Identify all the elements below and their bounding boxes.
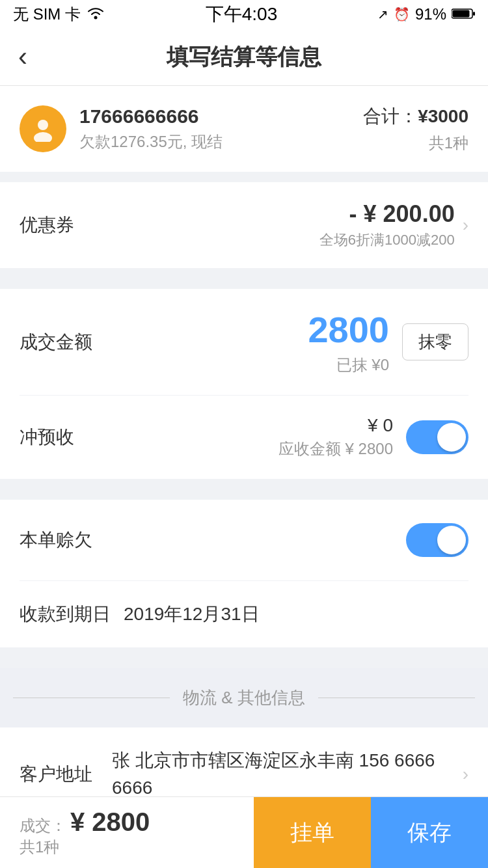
debt-section: 本单赊欠 收款到期日 2019年12月31日 (0, 500, 488, 647)
battery-text: 91% (415, 5, 446, 23)
bottom-deal-row: 成交： ¥ 2800 (20, 807, 234, 837)
status-left: 无 SIM 卡 (13, 4, 105, 25)
deal-amount-right: 2800 已抹 ¥0 抹零 (308, 308, 468, 375)
deal-sub: 已抹 ¥0 (308, 355, 389, 375)
wifi-icon (86, 5, 105, 23)
logistics-line-left (13, 698, 170, 698)
address-chevron-icon: › (463, 764, 468, 785)
customer-card: 17666666666 欠款1276.35元, 现结 合计：¥3000 共1种 (0, 86, 488, 172)
customer-debt: 欠款1276.35元, 现结 (79, 131, 223, 152)
sim-text: 无 SIM 卡 (13, 4, 81, 25)
save-button[interactable]: 保存 (371, 797, 488, 869)
bottom-info: 成交： ¥ 2800 共1种 (0, 807, 254, 858)
gps-icon: ↗ (377, 7, 388, 22)
customer-count: 共1种 (363, 133, 468, 154)
svg-point-5 (34, 132, 52, 142)
coupon-row[interactable]: 优惠券 - ¥ 200.00 全场6折满1000减200 › (0, 182, 488, 268)
advance-payment-toggle[interactable] (406, 420, 468, 454)
coupon-discount: - ¥ 200.00 (319, 200, 455, 228)
this-order-debt-toggle[interactable] (406, 523, 468, 557)
deal-section: 成交金额 2800 已抹 ¥0 抹零 冲预收 ¥ 0 应收金额 ¥ 2800 (0, 289, 488, 479)
logistics-text: 物流 & 其他信息 (183, 686, 305, 709)
customer-total: 合计：¥3000 (363, 104, 468, 129)
hang-button[interactable]: 挂单 (254, 797, 371, 869)
due-date-row: 收款到期日 2019年12月31日 (20, 581, 468, 647)
section-divider-2 (0, 479, 488, 489)
advance-sub: 应收金额 ¥ 2800 (278, 439, 393, 459)
bottom-bar: 成交： ¥ 2800 共1种 挂单 保存 (0, 796, 488, 868)
deal-amount-row: 成交金额 2800 已抹 ¥0 抹零 (20, 289, 468, 396)
address-content: 张 北京市市辖区海淀区永丰南 156 6666 6666 (112, 747, 463, 802)
advance-right: ¥ 0 应收金额 ¥ 2800 (278, 415, 468, 459)
deal-amount-label: 成交金额 (20, 330, 92, 355)
page-title: 填写结算等信息 (167, 42, 321, 72)
customer-info: 17666666666 欠款1276.35元, 现结 (79, 105, 223, 152)
advance-payment-label: 冲预收 (20, 425, 74, 450)
due-date-value: 2019年12月31日 (124, 602, 260, 627)
this-order-debt-row: 本单赊欠 (20, 500, 468, 581)
logistics-line-right (318, 698, 475, 698)
logistics-header: 物流 & 其他信息 (0, 668, 488, 727)
svg-rect-2 (453, 10, 470, 18)
back-button[interactable]: ‹ (18, 43, 27, 72)
advance-payment-row: 冲预收 ¥ 0 应收金额 ¥ 2800 (20, 396, 468, 479)
customer-phone: 17666666666 (79, 105, 223, 128)
avatar (20, 105, 66, 152)
status-time: 下午4:03 (206, 2, 278, 27)
section-divider-3 (0, 647, 488, 658)
bottom-count: 共1种 (20, 837, 234, 858)
deal-number: 2800 (308, 308, 389, 351)
address-label: 客户地址 (20, 762, 92, 787)
nav-bar: ‹ 填写结算等信息 (0, 29, 488, 86)
svg-rect-3 (473, 12, 475, 16)
bottom-amount: ¥ 2800 (70, 807, 150, 837)
svg-point-4 (38, 120, 48, 130)
chevron-right-icon: › (463, 215, 468, 236)
svg-point-0 (94, 16, 98, 20)
round-button[interactable]: 抹零 (402, 323, 468, 360)
status-bar: 无 SIM 卡 下午4:03 ↗ ⏰ 91% (0, 0, 488, 29)
content-area: 17666666666 欠款1276.35元, 现结 合计：¥3000 共1种 … (0, 86, 488, 868)
status-right: ↗ ⏰ 91% (377, 5, 475, 23)
coupon-right: - ¥ 200.00 全场6折满1000减200 › (319, 200, 468, 250)
due-date-label: 收款到期日 (20, 602, 111, 627)
customer-info-left: 17666666666 欠款1276.35元, 现结 (20, 105, 223, 152)
this-order-debt-label: 本单赊欠 (20, 528, 92, 552)
bottom-deal-label: 成交： (20, 815, 66, 836)
deal-amount-col: 2800 已抹 ¥0 (308, 308, 389, 375)
alarm-icon: ⏰ (394, 7, 410, 22)
advance-amount-col: ¥ 0 应收金额 ¥ 2800 (278, 415, 393, 459)
coupon-label: 优惠券 (20, 213, 74, 237)
advance-amount: ¥ 0 (278, 415, 393, 436)
battery-icon (452, 5, 475, 23)
section-divider-1 (0, 278, 488, 289)
customer-right: 合计：¥3000 共1种 (363, 104, 468, 154)
coupon-description: 全场6折满1000减200 (319, 230, 455, 250)
coupon-info: - ¥ 200.00 全场6折满1000减200 (319, 200, 455, 250)
